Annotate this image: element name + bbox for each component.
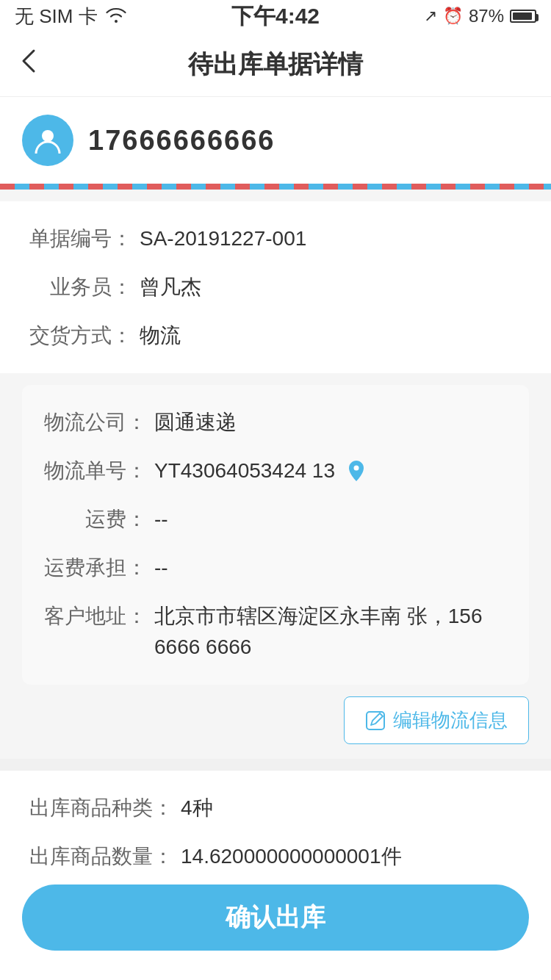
delivery-method-label: 交货方式： [29,320,132,351]
battery-text: 87% [469,6,504,26]
edit-btn-container: 编辑物流信息 [0,696,551,759]
location-arrow-icon: ↗ [424,7,437,26]
goods-types-label: 出库商品种类： [29,793,173,824]
alarm-icon: ⏰ [443,7,463,26]
goods-quantity-value: 14.620000000000001件 [181,841,522,872]
sales-person-label: 业务员： [29,272,132,303]
location-icon[interactable] [344,458,369,483]
freight-row: 运费： -- [44,504,507,535]
goods-quantity-label: 出库商品数量： [29,841,173,872]
address-label: 客户地址： [44,601,147,632]
freight-value: -- [154,504,507,535]
goods-types-value: 4种 [181,793,522,824]
document-number-label: 单据编号： [29,223,132,254]
tracking-number-value: YT43064053424 13 [154,455,507,486]
freight-bearer-label: 运费承担： [44,552,147,583]
battery-icon [510,10,536,23]
status-left: 无 SIM 卡 [15,4,127,29]
logistics-company-row: 物流公司： 圆通速递 [44,407,507,438]
edit-logistics-button[interactable]: 编辑物流信息 [344,696,529,744]
logistics-company-value: 圆通速递 [154,407,507,438]
freight-label: 运费： [44,504,147,535]
section-divider-1 [0,759,551,771]
page-title: 待出库单据详情 [188,48,363,82]
edit-logistics-label: 编辑物流信息 [393,707,508,733]
logistics-card: 物流公司： 圆通速递 物流单号： YT43064053424 13 运费： --… [22,385,529,685]
back-button[interactable] [21,48,37,81]
wifi-icon [105,5,127,28]
dashed-divider [0,184,551,190]
confirm-button-label: 确认出库 [226,901,325,934]
sales-person-row: 业务员： 曾凡杰 [29,272,522,303]
user-phone: 17666666666 [88,125,275,156]
document-number-value: SA-20191227-001 [140,223,522,254]
user-header: 17666666666 [0,97,551,184]
freight-bearer-value: -- [154,552,507,583]
tracking-number-row: 物流单号： YT43064053424 13 [44,455,507,486]
avatar [22,115,73,166]
confirm-outbound-button[interactable]: 确认出库 [22,884,529,951]
status-right: ↗ ⏰ 87% [424,6,536,26]
confirm-btn-wrap: 确认出库 [0,870,551,980]
svg-point-0 [42,130,54,142]
tracking-number-label: 物流单号： [44,455,147,486]
sales-person-value: 曾凡杰 [140,272,522,303]
freight-bearer-row: 运费承担： -- [44,552,507,583]
nav-bar: 待出库单据详情 [0,32,551,97]
delivery-method-row: 交货方式： 物流 [29,320,522,351]
status-bar: 无 SIM 卡 下午4:42 ↗ ⏰ 87% [0,0,551,32]
basic-info-section: 单据编号： SA-20191227-001 业务员： 曾凡杰 交货方式： 物流 [0,201,551,373]
delivery-method-value: 物流 [140,320,522,351]
goods-types-row: 出库商品种类： 4种 [29,793,522,824]
logistics-company-label: 物流公司： [44,407,147,438]
carrier-text: 无 SIM 卡 [15,4,98,29]
address-value: 北京市市辖区海淀区永丰南 张，156 6666 6666 [154,601,507,663]
svg-point-1 [354,466,359,471]
goods-quantity-row: 出库商品数量： 14.620000000000001件 [29,841,522,872]
document-number-row: 单据编号： SA-20191227-001 [29,223,522,254]
edit-icon [365,710,386,731]
status-time: 下午4:42 [231,1,320,32]
address-row: 客户地址： 北京市市辖区海淀区永丰南 张，156 6666 6666 [44,601,507,663]
